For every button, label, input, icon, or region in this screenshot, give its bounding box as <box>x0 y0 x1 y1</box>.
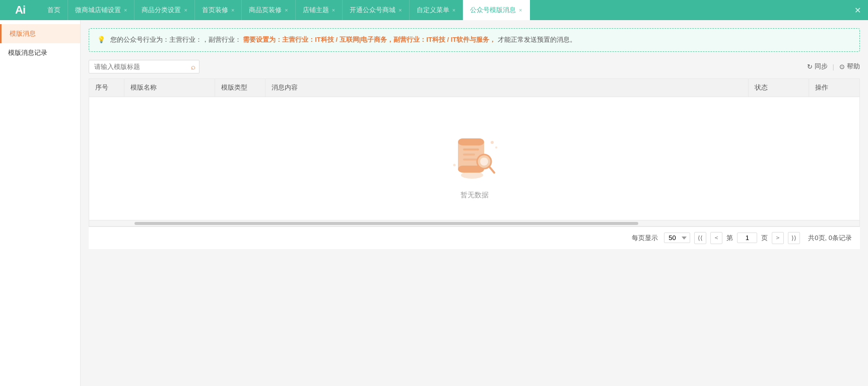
nav-tab-template-msg[interactable]: 公众号模版消息× <box>463 0 529 20</box>
nav-tab-custom-menu[interactable]: 自定义菜单× <box>410 0 463 20</box>
sidebar-item-template-record[interactable]: 模版消息记录 <box>0 43 80 62</box>
col-header-action: 操作 <box>809 79 859 97</box>
first-page-button[interactable]: ⟨⟨ <box>694 232 706 244</box>
close-tab-category-settings[interactable]: × <box>184 7 187 13</box>
nav-tab-product-decor[interactable]: 商品页装修× <box>242 0 295 20</box>
sync-button[interactable]: ↻ 同步 <box>807 62 828 71</box>
svg-rect-2 <box>458 138 484 145</box>
nav-tab-home[interactable]: 首页 <box>40 0 68 20</box>
close-all-button[interactable]: ✕ <box>847 6 868 15</box>
close-tab-open-mall[interactable]: × <box>398 7 402 13</box>
nav-tab-shop-theme[interactable]: 店铺主题× <box>296 0 343 20</box>
svg-point-11 <box>495 146 497 148</box>
page-prefix: 第 <box>726 234 733 243</box>
nav-tab-homepage-decor[interactable]: 首页装修× <box>195 0 242 20</box>
col-header-content: 消息内容 <box>265 79 749 97</box>
page-unit: 页 <box>761 234 768 243</box>
empty-text: 暂无数据 <box>460 191 489 200</box>
nav-tab-category-settings[interactable]: 商品分类设置× <box>135 0 194 20</box>
pagination: 每页显示 102050100 ⟨⟨ ＜ 第 页 ＞ ⟩⟩ 共0页, 0条记录 <box>89 226 860 249</box>
notice-icon: 💡 <box>97 36 105 43</box>
close-tab-shop-theme[interactable]: × <box>332 7 335 13</box>
svg-rect-6 <box>463 159 477 161</box>
page-input[interactable] <box>737 233 757 243</box>
empty-illustration <box>447 127 502 183</box>
close-tab-custom-menu[interactable]: × <box>452 7 455 13</box>
sync-icon: ↻ <box>807 63 813 70</box>
nav-tab-shop-settings[interactable]: 微商城店铺设置× <box>68 0 135 20</box>
help-button[interactable]: ⊙ 帮助 <box>839 62 860 71</box>
search-bar: ⌕ ↻ 同步 | ⊙ 帮助 <box>89 60 860 73</box>
svg-point-0 <box>461 172 483 179</box>
last-page-button[interactable]: ⟩⟩ <box>788 232 800 244</box>
scrollbar-thumb[interactable] <box>135 222 638 225</box>
horizontal-scrollbar[interactable] <box>89 220 859 226</box>
svg-point-8 <box>480 158 488 166</box>
search-button[interactable]: ⌕ <box>191 62 195 71</box>
col-header-type: 模版类型 <box>215 79 265 97</box>
empty-state: 暂无数据 <box>89 97 859 220</box>
svg-point-12 <box>453 164 455 166</box>
sidebar: 模版消息模版消息记录 <box>0 20 81 386</box>
close-tab-product-decor[interactable]: × <box>285 7 288 13</box>
search-input-wrap: ⌕ <box>89 60 199 73</box>
close-tab-homepage-decor[interactable]: × <box>231 7 234 13</box>
col-header-seq: 序号 <box>89 79 124 97</box>
nav-tab-open-mall[interactable]: 开通公众号商城× <box>343 0 409 20</box>
svg-line-9 <box>489 167 494 173</box>
data-table: 序号 模版名称 模版类型 消息内容 状态 操作 <box>89 79 860 226</box>
close-tab-template-msg[interactable]: × <box>519 7 522 13</box>
page-size-select[interactable]: 102050100 <box>664 233 690 243</box>
page-size-label: 每页显示 <box>632 234 658 243</box>
col-header-status: 状态 <box>749 79 809 97</box>
notice-prefix: 您的公众号行业为：主营行业：，副营行业： <box>110 36 241 43</box>
divider: | <box>833 63 834 70</box>
close-tab-shop-settings[interactable]: × <box>124 7 127 13</box>
top-nav: Ai 首页微商城店铺设置×商品分类设置×首页装修×商品页装修×店铺主题×开通公众… <box>0 0 868 20</box>
search-input[interactable] <box>89 60 199 73</box>
content-area: 💡 您的公众号行业为：主营行业：，副营行业： 需要设置为：主营行业：IT科技 /… <box>81 20 868 386</box>
table-header: 序号 模版名称 模版类型 消息内容 状态 操作 <box>89 79 859 97</box>
main-layout: 模版消息模版消息记录 💡 您的公众号行业为：主营行业：，副营行业： 需要设置为：… <box>0 20 868 386</box>
total-info: 共0页, 0条记录 <box>808 234 852 243</box>
svg-point-10 <box>491 141 494 144</box>
sync-label: 同步 <box>815 62 828 71</box>
notice-suffix: 才能正常发送预置的消息。 <box>498 36 576 43</box>
sidebar-item-template-message[interactable]: 模版消息 <box>0 24 80 43</box>
notice-box: 💡 您的公众号行业为：主营行业：，副营行业： 需要设置为：主营行业：IT科技 /… <box>89 28 860 52</box>
nav-tabs: 首页微商城店铺设置×商品分类设置×首页装修×商品页装修×店铺主题×开通公众号商城… <box>40 0 847 20</box>
svg-rect-5 <box>463 153 475 156</box>
col-header-name: 模版名称 <box>124 79 215 97</box>
next-page-button[interactable]: ＞ <box>772 232 784 244</box>
svg-rect-4 <box>463 148 479 150</box>
help-label: 帮助 <box>847 62 860 71</box>
help-icon: ⊙ <box>839 63 845 70</box>
notice-highlight: 需要设置为：主营行业：IT科技 / 互联网|电子商务，副营行业：IT科技 / I… <box>243 36 496 43</box>
search-actions: ↻ 同步 | ⊙ 帮助 <box>807 62 860 71</box>
app-logo: Ai <box>0 0 40 20</box>
prev-page-button[interactable]: ＜ <box>710 232 722 244</box>
